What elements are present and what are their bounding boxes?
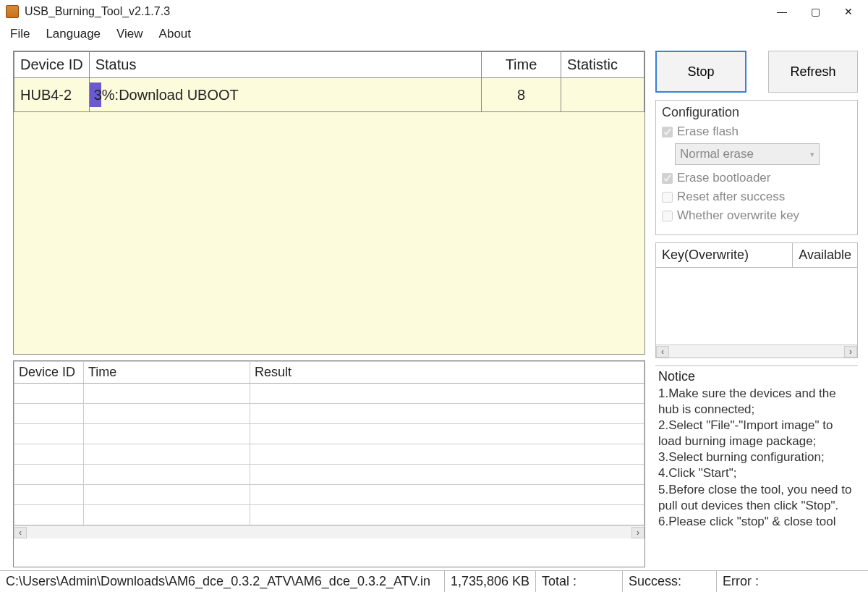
result-header-time[interactable]: Time bbox=[84, 362, 250, 384]
result-row bbox=[14, 404, 644, 424]
scroll-right-icon[interactable]: › bbox=[631, 527, 644, 538]
action-buttons: Stop Refresh bbox=[655, 51, 858, 93]
stop-button[interactable]: Stop bbox=[655, 51, 746, 93]
result-table: Device ID Time Result bbox=[14, 361, 644, 525]
key-header-available[interactable]: Available bbox=[793, 243, 857, 267]
overwrite-key-checkbox[interactable]: Whether overwrite key bbox=[662, 208, 851, 223]
device-time-cell: 8 bbox=[482, 78, 561, 112]
window-title: USB_Burning_Tool_v2.1.7.3 bbox=[25, 5, 765, 18]
result-header-id[interactable]: Device ID bbox=[14, 362, 84, 384]
device-status-cell: 3%:Download UBOOT bbox=[89, 78, 481, 112]
erase-bootloader-label: Erase bootloader bbox=[677, 171, 770, 185]
menu-language[interactable]: Language bbox=[38, 25, 108, 43]
device-table-empty-area bbox=[14, 112, 644, 354]
result-row bbox=[14, 505, 644, 525]
menubar: File Language View About bbox=[0, 23, 868, 45]
device-header-statistic[interactable]: Statistic bbox=[561, 52, 644, 78]
notice-line: 1.Make sure the devices and the hub is c… bbox=[658, 386, 855, 418]
key-header: Key(Overwrite) Available bbox=[656, 243, 857, 268]
right-column: Stop Refresh Configuration Erase flash N… bbox=[655, 51, 858, 567]
result-row bbox=[14, 424, 644, 444]
status-success: Success: bbox=[623, 571, 717, 592]
scroll-left-icon[interactable]: ‹ bbox=[656, 346, 669, 358]
erase-flash-input[interactable] bbox=[662, 127, 673, 138]
notice-line: 6.Please click "stop" & close tool bbox=[658, 514, 855, 530]
result-row bbox=[14, 444, 644, 465]
device-id-cell: HUB4-2 bbox=[14, 78, 90, 112]
result-table-container: Device ID Time Result ‹ bbox=[13, 360, 645, 567]
key-header-overwrite[interactable]: Key(Overwrite) bbox=[656, 243, 793, 267]
erase-mode-select[interactable]: Normal erase ▾ bbox=[675, 143, 820, 165]
statusbar: C:\Users\Admin\Downloads\AM6_dce_0.3.2_A… bbox=[0, 570, 868, 592]
configuration-title: Configuration bbox=[662, 105, 851, 120]
key-panel: Key(Overwrite) Available ‹ › bbox=[655, 242, 858, 358]
scroll-track[interactable] bbox=[27, 528, 631, 538]
device-stat-cell bbox=[561, 78, 644, 112]
menu-view[interactable]: View bbox=[109, 25, 150, 43]
overwrite-key-label: Whether overwrite key bbox=[677, 208, 799, 223]
reset-after-label: Reset after success bbox=[677, 190, 785, 204]
minimize-button[interactable]: — bbox=[765, 1, 799, 22]
device-header-status[interactable]: Status bbox=[89, 52, 481, 78]
erase-flash-checkbox[interactable]: Erase flash bbox=[662, 124, 851, 139]
notice-body: 1.Make sure the devices and the hub is c… bbox=[655, 386, 858, 530]
status-total: Total : bbox=[536, 571, 623, 592]
key-scrollbar[interactable]: ‹ › bbox=[656, 344, 857, 358]
reset-after-input[interactable] bbox=[662, 192, 673, 203]
reset-after-checkbox[interactable]: Reset after success bbox=[662, 190, 851, 204]
close-button[interactable]: ✕ bbox=[832, 1, 865, 22]
overwrite-key-input[interactable] bbox=[662, 211, 673, 221]
result-header-result[interactable]: Result bbox=[250, 362, 644, 384]
device-header-time[interactable]: Time bbox=[482, 52, 561, 78]
device-row[interactable]: HUB4-2 3%:Download UBOOT 8 bbox=[14, 78, 644, 112]
scroll-track[interactable] bbox=[669, 347, 844, 357]
left-column: Device ID Status Time Statistic HUB4-2 3… bbox=[13, 51, 645, 567]
erase-flash-label: Erase flash bbox=[677, 124, 739, 139]
maximize-button[interactable]: ▢ bbox=[799, 1, 832, 22]
configuration-panel: Configuration Erase flash Normal erase ▾… bbox=[655, 100, 858, 235]
notice-panel: Notice 1.Make sure the devices and the h… bbox=[655, 365, 858, 567]
notice-line: 2.Select "File"-"Import image" to load b… bbox=[658, 418, 855, 449]
scroll-right-icon[interactable]: › bbox=[844, 346, 857, 358]
content: Device ID Status Time Statistic HUB4-2 3… bbox=[0, 45, 868, 570]
result-scrollbar[interactable]: ‹ › bbox=[14, 525, 644, 538]
notice-title: Notice bbox=[655, 366, 858, 386]
status-size: 1,735,806 KB bbox=[445, 571, 536, 592]
chevron-down-icon: ▾ bbox=[810, 150, 814, 159]
notice-line: 4.Click "Start"; bbox=[658, 465, 855, 481]
notice-line: 3.Select burning configuration; bbox=[658, 449, 855, 465]
app-icon bbox=[6, 5, 19, 18]
status-error: Error : bbox=[717, 571, 868, 592]
status-path: C:\Users\Admin\Downloads\AM6_dce_0.3.2_A… bbox=[0, 571, 445, 592]
key-body bbox=[656, 268, 857, 344]
menu-file[interactable]: File bbox=[3, 25, 37, 43]
result-row bbox=[14, 465, 644, 485]
device-header-id[interactable]: Device ID bbox=[14, 52, 90, 78]
window-controls: — ▢ ✕ bbox=[765, 1, 865, 22]
result-row bbox=[14, 485, 644, 505]
menu-about[interactable]: About bbox=[152, 25, 198, 43]
erase-bootloader-input[interactable] bbox=[662, 173, 673, 184]
refresh-button[interactable]: Refresh bbox=[768, 51, 858, 93]
device-table-container: Device ID Status Time Statistic HUB4-2 3… bbox=[13, 51, 645, 355]
titlebar: USB_Burning_Tool_v2.1.7.3 — ▢ ✕ bbox=[0, 0, 868, 23]
erase-mode-value: Normal erase bbox=[680, 147, 754, 161]
result-row bbox=[14, 384, 644, 404]
device-status-text: 3%:Download UBOOT bbox=[90, 87, 239, 103]
device-table: Device ID Status Time Statistic HUB4-2 3… bbox=[14, 51, 644, 112]
notice-line: 5.Before close the tool, you need to pul… bbox=[658, 482, 855, 514]
scroll-left-icon[interactable]: ‹ bbox=[14, 527, 27, 538]
erase-bootloader-checkbox[interactable]: Erase bootloader bbox=[662, 171, 851, 185]
